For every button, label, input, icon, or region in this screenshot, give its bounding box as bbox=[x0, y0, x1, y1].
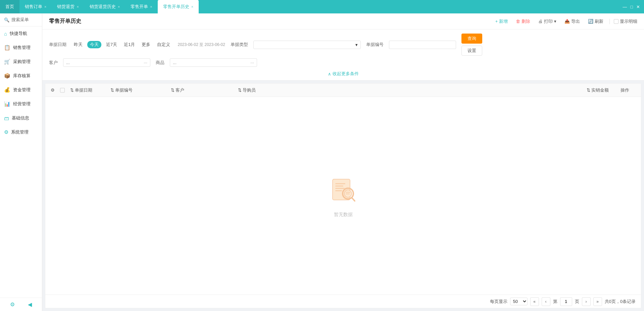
tab-sales-return-close[interactable]: × bbox=[77, 5, 79, 9]
tab-sales-order[interactable]: 销售订单 × bbox=[19, 0, 52, 13]
sort-guide-icon[interactable]: ⇅ bbox=[238, 88, 242, 93]
sort-order-no-icon[interactable]: ⇅ bbox=[110, 88, 114, 93]
display-detail-toggle[interactable]: 显示明细 bbox=[614, 18, 637, 24]
prev-page-btn[interactable]: ‹ bbox=[542, 297, 550, 306]
table-settings-icon[interactable]: ⚙ bbox=[51, 88, 55, 93]
tab-home[interactable]: 首页 bbox=[0, 0, 19, 13]
sidebar-item-inventory-label: 库存核算 bbox=[13, 73, 31, 79]
next-page-btn[interactable]: › bbox=[582, 297, 591, 306]
sidebar-search[interactable]: 🔍 搜索采单 bbox=[0, 13, 42, 27]
select-all-checkbox[interactable] bbox=[60, 88, 65, 93]
goods-label: 商品 bbox=[156, 60, 164, 66]
tab-sales-return-history[interactable]: 销货退货历史 × bbox=[84, 0, 125, 13]
sidebar-item-sales-mgmt-label: 销售管理 bbox=[13, 45, 31, 51]
date-opt-custom[interactable]: 自定义 bbox=[155, 41, 172, 48]
date-opt-last7[interactable]: 近7天 bbox=[104, 41, 119, 48]
date-range-display: 2023-06-02 至 2023-06-02 bbox=[178, 42, 225, 48]
query-button[interactable]: 查询 bbox=[461, 34, 482, 44]
sort-amount-icon[interactable]: ⇅ bbox=[587, 88, 590, 93]
th-date: ⇅ 单据日期 bbox=[67, 87, 108, 93]
first-page-btn[interactable]: « bbox=[530, 297, 539, 306]
customer-input-wrapper[interactable]: ··· bbox=[63, 58, 150, 67]
tab-retail-open-history[interactable]: 零售开单历史 × bbox=[158, 0, 199, 13]
order-no-label: 单据编号 bbox=[366, 42, 384, 48]
sidebar-item-quick-nav[interactable]: ⌂ 快捷导航 bbox=[0, 27, 42, 41]
top-nav: 首页 销售订单 × 销货退货 × 销货退货历史 × 零售开单 × 零售开单历史 … bbox=[0, 0, 644, 13]
th-settings[interactable]: ⚙ bbox=[48, 88, 57, 93]
sidebar-item-sys-mgmt[interactable]: ⚙ 系统管理 bbox=[0, 125, 42, 139]
date-opt-last1month[interactable]: 近1月 bbox=[122, 41, 137, 48]
export-button[interactable]: 📤 导出 bbox=[562, 17, 582, 26]
page-header: 零售开单历史 + 新增 🗑 删除 🖨 打印 ▾ 📤 导出 bbox=[42, 13, 644, 30]
order-no-input[interactable] bbox=[392, 42, 453, 47]
add-button[interactable]: + 新增 bbox=[493, 17, 510, 26]
display-detail-checkbox[interactable] bbox=[614, 19, 618, 24]
print-icon: 🖨 bbox=[538, 19, 543, 24]
th-action: 操作 bbox=[611, 87, 638, 93]
window-controls: — □ ✕ bbox=[623, 4, 644, 9]
sidebar-bottom: ⚙ ◀ bbox=[0, 298, 42, 311]
date-opt-more[interactable]: 更多 bbox=[140, 41, 152, 48]
sales-icon: 📋 bbox=[4, 45, 10, 51]
page-size-select[interactable]: 50 10 20 100 bbox=[510, 298, 528, 305]
tab-retail-open-close[interactable]: × bbox=[150, 5, 152, 9]
tab-retail-open-history-close[interactable]: × bbox=[191, 5, 193, 9]
tab-sales-return[interactable]: 销货退货 × bbox=[52, 0, 84, 13]
tab-sales-order-close[interactable]: × bbox=[44, 5, 46, 9]
pagination: 每页显示 50 10 20 100 « ‹ 第 页 › » 共0页，0条记录 bbox=[45, 295, 641, 308]
refresh-button[interactable]: 🔄 刷新 bbox=[586, 17, 605, 26]
close-btn[interactable]: ✕ bbox=[636, 4, 640, 9]
tab-retail-open[interactable]: 零售开单 × bbox=[125, 0, 157, 13]
goods-input[interactable] bbox=[173, 60, 250, 65]
sidebar-item-purchase-mgmt-label: 采购管理 bbox=[13, 59, 31, 65]
date-opt-today[interactable]: 今天 bbox=[87, 41, 101, 48]
minimize-btn[interactable]: — bbox=[623, 4, 627, 9]
inventory-icon: 📦 bbox=[4, 73, 10, 79]
settings-btn[interactable]: ⚙ bbox=[10, 301, 15, 308]
delete-button[interactable]: 🗑 删除 bbox=[514, 17, 532, 26]
th-customer: ⇅ 客户 bbox=[168, 87, 235, 93]
collapse-sidebar-btn[interactable]: ◀ bbox=[28, 301, 32, 308]
goods-ellipsis-icon[interactable]: ··· bbox=[250, 60, 254, 65]
print-label: 打印 bbox=[544, 18, 553, 24]
sort-up-icon[interactable]: ⇅ bbox=[70, 88, 74, 93]
sidebar-item-basic-info-label: 基础信息 bbox=[12, 115, 29, 121]
sidebar-item-finance[interactable]: 💰 资金管理 bbox=[0, 83, 42, 97]
tab-sales-return-label: 销货退货 bbox=[57, 4, 75, 10]
sidebar-item-basic-info[interactable]: 🗃 基础信息 bbox=[0, 111, 42, 125]
page-number-input[interactable] bbox=[560, 297, 572, 306]
last-page-btn[interactable]: » bbox=[593, 297, 602, 306]
sidebar-item-operations-label: 经营管理 bbox=[13, 101, 31, 107]
order-type-select[interactable]: ▾ bbox=[253, 41, 361, 49]
toolbar-divider bbox=[609, 19, 610, 24]
basic-info-icon: 🗃 bbox=[4, 115, 9, 121]
th-date-label: 单据日期 bbox=[75, 87, 92, 93]
svg-line-7 bbox=[352, 198, 355, 201]
customer-ellipsis-icon[interactable]: ··· bbox=[144, 60, 147, 65]
tab-home-label: 首页 bbox=[5, 4, 14, 10]
th-customer-label: 客户 bbox=[176, 87, 184, 93]
sort-customer-icon[interactable]: ⇅ bbox=[171, 88, 175, 93]
sidebar-item-quick-nav-label: 快捷导航 bbox=[10, 31, 27, 37]
customer-label: 客户 bbox=[49, 60, 58, 66]
print-button[interactable]: 🖨 打印 ▾ bbox=[536, 17, 558, 26]
tab-sales-return-history-close[interactable]: × bbox=[118, 5, 120, 9]
sidebar-item-finance-label: 资金管理 bbox=[13, 87, 31, 93]
goods-input-wrapper[interactable]: ··· bbox=[170, 58, 257, 67]
th-checkbox[interactable] bbox=[57, 88, 67, 93]
maximize-btn[interactable]: □ bbox=[630, 4, 633, 9]
sidebar-item-sales-mgmt[interactable]: 📋 销售管理 bbox=[0, 41, 42, 55]
customer-input[interactable] bbox=[66, 60, 144, 65]
collapse-bar[interactable]: ∧ 收起更多条件 bbox=[49, 69, 637, 77]
th-guide: ⇅ 导购员 bbox=[235, 87, 286, 93]
order-no-input-wrapper[interactable] bbox=[389, 41, 456, 49]
sidebar: 🔍 搜索采单 ⌂ 快捷导航 📋 销售管理 🛒 采购管理 📦 库存核算 💰 资金管… bbox=[0, 13, 42, 311]
date-opt-yesterday[interactable]: 昨天 bbox=[72, 41, 85, 48]
sidebar-item-operations[interactable]: 📊 经营管理 bbox=[0, 97, 42, 111]
action-buttons: 查询 设置 bbox=[461, 34, 482, 56]
settings-button[interactable]: 设置 bbox=[461, 46, 482, 56]
collapse-chevron-icon: ∧ bbox=[328, 71, 331, 76]
sidebar-item-inventory[interactable]: 📦 库存核算 bbox=[0, 69, 42, 83]
sidebar-item-purchase-mgmt[interactable]: 🛒 采购管理 bbox=[0, 55, 42, 69]
add-label: + 新增 bbox=[495, 18, 508, 24]
